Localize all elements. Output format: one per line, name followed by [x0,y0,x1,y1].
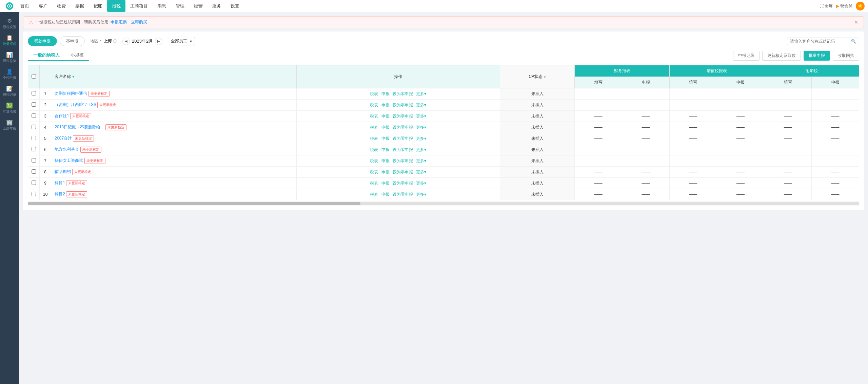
op-zero-declare-6[interactable]: 设为零申报 [393,158,413,163]
row-checkbox-5[interactable] [32,147,36,151]
op-more-7[interactable]: 更多▾ [416,170,426,174]
row-checkbox-4[interactable] [32,136,36,140]
op-tax-table-9[interactable]: 税表 [370,192,378,197]
client-name-link-4[interactable]: 2007会计 [55,136,72,141]
op-zero-declare-2[interactable]: 设为零申报 [393,114,413,119]
declare-record-btn[interactable]: 申报记录 [733,51,760,61]
row-checkbox-2[interactable] [32,113,36,118]
user-avatar[interactable]: 🌟 [856,2,865,10]
nav-home[interactable]: 首页 [16,0,34,12]
op-more-2[interactable]: 更多▾ [416,114,426,119]
op-zero-declare-0[interactable]: 设为零申报 [393,91,413,96]
op-more-8[interactable]: 更多▾ [416,181,426,186]
op-more-1[interactable]: 更多▾ [416,103,426,107]
client-name-link-1[interactable]: （勿删）江西腔宝-LSS [55,102,96,107]
nav-client[interactable]: 客户 [34,0,52,12]
client-name-link-2[interactable]: 合作社1 [55,113,69,118]
period-next-btn[interactable]: ▶ [155,38,162,45]
row-checkbox-6[interactable] [32,158,36,163]
op-more-3[interactable]: 更多▾ [416,125,426,130]
client-name-link-5[interactable]: 地方水利基金 [55,147,79,152]
op-declare-2[interactable]: 申报 [381,114,390,119]
nav-invoice[interactable]: 票据 [71,0,89,12]
fetch-back-btn[interactable]: 收取回执 [833,51,859,61]
op-tax-table-0[interactable]: 税表 [370,91,378,96]
nav-settings[interactable]: 设置 [226,0,244,12]
banner-close-btn[interactable]: ✕ [854,20,858,25]
search-icon[interactable]: 🔍 [851,39,856,44]
op-more-0[interactable]: 更多▾ [416,91,426,96]
op-tax-table-1[interactable]: 税表 [370,103,378,107]
nav-billing[interactable]: 收费 [52,0,71,12]
op-declare-1[interactable]: 申报 [381,103,390,107]
op-zero-declare-1[interactable]: 设为零申报 [393,103,413,107]
scrollbar-thumb[interactable] [28,202,360,205]
sidebar-item-tax-settings[interactable]: ⚙ 报税设置 [0,15,19,32]
batch-declare-btn[interactable]: 批量申报 [804,51,830,61]
sidebar-item-settlement[interactable]: 💹 汇算清缴 [0,100,19,116]
sidebar-item-batch-tax[interactable]: 📋 批量报税 [0,32,19,49]
op-tax-table-8[interactable]: 税表 [370,181,378,186]
info-icon[interactable]: ⓘ [113,39,117,44]
employee-filter[interactable]: 全部员工 ▾ [168,37,195,45]
search-input[interactable] [790,39,851,44]
nav-tax[interactable]: 报税 [107,0,125,12]
tab-tax-declare[interactable]: 税款申报 [28,36,57,46]
table-scrollbar[interactable] [28,201,859,206]
op-declare-0[interactable]: 申报 [381,91,390,96]
op-zero-declare-4[interactable]: 设为零申报 [393,136,413,141]
sidebar-item-tax-overview[interactable]: 📊 报税总览 [0,49,19,66]
row-checkbox-1[interactable] [32,102,36,107]
op-more-6[interactable]: 更多▾ [416,158,426,163]
op-zero-declare-7[interactable]: 设为零申报 [393,170,413,174]
op-tax-table-7[interactable]: 税表 [370,170,378,174]
sidebar-item-personal-tax[interactable]: 👤 个税申报 [0,66,19,83]
row-checkbox-9[interactable] [32,192,36,196]
op-zero-declare-8[interactable]: 设为零申报 [393,181,413,186]
nav-business[interactable]: 工商项目 [125,0,153,12]
client-name-link-0[interactable]: 勿删新税网络通信 [55,91,87,96]
upgrade-btn[interactable]: ▶ 畅会员 [836,3,852,9]
op-more-5[interactable]: 更多▾ [416,147,426,152]
op-tax-table-4[interactable]: 税表 [370,136,378,141]
fullscreen-btn[interactable]: ⛶ 全屏 [820,3,833,9]
declare-link[interactable]: 申报汇票 [111,19,127,25]
row-checkbox-7[interactable] [32,169,36,174]
op-declare-5[interactable]: 申报 [381,147,390,152]
op-zero-declare-9[interactable]: 设为零申报 [393,192,413,197]
op-zero-declare-5[interactable]: 设为零申报 [393,147,413,152]
client-name-link-6[interactable]: 杨仙女工资商试 [55,158,83,163]
row-checkbox-0[interactable] [32,91,36,95]
nav-message[interactable]: 消息 [153,0,171,12]
sidebar-item-tax-records[interactable]: 📝 报税记录 [0,83,19,100]
op-declare-6[interactable]: 申报 [381,158,390,163]
op-zero-declare-3[interactable]: 设为零申报 [393,125,413,130]
row-checkbox-3[interactable] [32,125,36,129]
client-name-link-9[interactable]: 科目2 [55,192,65,196]
op-tax-table-5[interactable]: 税表 [370,147,378,152]
op-declare-3[interactable]: 申报 [381,125,390,130]
period-prev-btn[interactable]: ◀ [122,38,130,45]
client-name-link-7[interactable]: 辅助期初 [55,169,71,174]
select-all-checkbox[interactable] [32,74,36,79]
buy-now-link[interactable]: 立即购买 [131,19,147,25]
update-fetch-btn[interactable]: 更新核定及取数 [762,51,801,61]
nav-management[interactable]: 管理 [171,0,189,12]
client-name-link-8[interactable]: 科目1 [55,180,65,185]
op-declare-4[interactable]: 申报 [381,136,390,141]
nav-bookkeeping[interactable]: 记账 [89,0,107,12]
op-more-4[interactable]: 更多▾ [416,136,426,141]
op-tax-table-2[interactable]: 税表 [370,114,378,119]
op-tax-table-6[interactable]: 税表 [370,158,378,163]
op-declare-9[interactable]: 申报 [381,192,390,197]
op-more-9[interactable]: 更多▾ [416,192,426,197]
op-tax-table-3[interactable]: 税表 [370,125,378,130]
tab-general-taxpayer[interactable]: 一般的纳税人 [28,50,65,61]
tab-zero-declare[interactable]: 零申报 [60,36,85,46]
nav-operation[interactable]: 经营 [189,0,208,12]
nav-service[interactable]: 服务 [208,0,226,12]
sidebar-item-business-report[interactable]: 🏢 工商年报 [0,116,19,133]
op-declare-8[interactable]: 申报 [381,181,390,186]
tab-small-scale[interactable]: 小规模 [65,50,89,61]
op-declare-7[interactable]: 申报 [381,170,390,174]
